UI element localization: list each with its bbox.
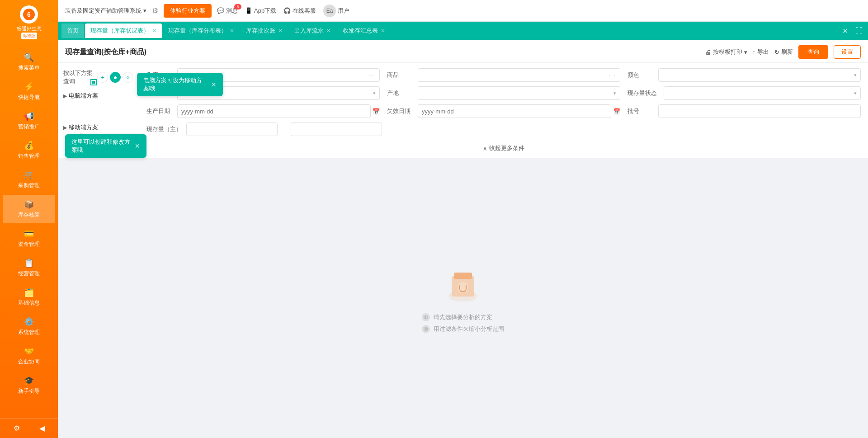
batch-number-input[interactable] [658, 104, 861, 118]
pc-scheme-label: 电脑端方案 [69, 92, 98, 100]
print-button[interactable]: 🖨 按模板打印 ▾ [705, 48, 747, 56]
app-header: 装备及固定资产辅助管理系统 ▾ ⚙ 体验行业方案 💬 消息 6 📱 App下载 … [58, 0, 868, 22]
tab-close-icon[interactable]: ✕ [230, 28, 234, 34]
sidebar-item-search[interactable]: 🔍 搜索菜单 [3, 48, 55, 76]
tab-close-icon[interactable]: ✕ [381, 28, 385, 34]
expiry-date-label: 失效日期 [387, 107, 414, 115]
tab-bar-actions: ✕ ⛶ [840, 25, 864, 37]
tab-collect-summary[interactable]: 收发存汇总表 ✕ [337, 24, 391, 38]
search-button[interactable]: 查询 [798, 45, 828, 59]
tab-label: 现存量（库存分布表） [168, 27, 227, 35]
sidebar-item-purchase[interactable]: 🛒 采购管理 [3, 165, 55, 194]
inventory-status-select[interactable]: ▾ [664, 86, 861, 100]
production-date-label: 生产日期 [146, 107, 174, 115]
sidebar-item-inventory[interactable]: 📦 库存核算 [3, 195, 55, 223]
headset-icon: 🎧 [283, 7, 291, 14]
color-select[interactable]: ▾ [658, 68, 861, 82]
tab-inout-flow[interactable]: 出入库流水 ✕ [289, 24, 336, 38]
svg-rect-4 [454, 273, 472, 279]
tab-inventory-status[interactable]: 现存量（库存状况表） ✕ [85, 24, 162, 38]
inventory-status-label: 现存量状态 [627, 89, 660, 97]
sidebar-item-label: 企业协同 [18, 358, 40, 366]
header-settings-icon[interactable]: ⚙ [152, 6, 158, 15]
sidebar-item-label: 系统管理 [18, 329, 40, 336]
add-scheme-button[interactable]: + [97, 72, 108, 83]
sidebar-item-quicknav[interactable]: ⚡ 快捷导航 [3, 77, 55, 106]
tab-inventory-dist[interactable]: 现存量（库存分布表） ✕ [163, 24, 240, 38]
inventory-qty-max-input[interactable] [291, 122, 382, 136]
sidebar-item-sales[interactable]: 💰 销售管理 [3, 136, 55, 165]
back-button[interactable]: « [123, 72, 133, 83]
sidebar-item-marketing[interactable]: 📢 营销推广 [3, 107, 55, 135]
mobile-scheme-group-header[interactable]: ▶ 移动端方案 [63, 122, 133, 133]
edit-scheme-button[interactable]: ● [110, 72, 121, 83]
pc-scheme-group-header[interactable]: ▶ 电脑端方案 [63, 90, 133, 102]
sidebar-item-finance[interactable]: 💳 资金管理 [3, 224, 55, 253]
production-date-inputs: 📅 [177, 104, 380, 118]
notification-button[interactable]: 💬 消息 6 [217, 7, 238, 15]
expiry-date-start-input[interactable] [418, 104, 611, 118]
dropdown-arrow-icon: ▾ [143, 7, 146, 14]
filter-fields: 仓库 ··· 商品 ··· [139, 63, 868, 158]
notification-badge: 6 [234, 4, 241, 9]
scheme-action-buttons: + ● « [97, 72, 133, 83]
sidebar-footer: ⚙ ◀ [0, 418, 58, 438]
svg-point-5 [458, 282, 468, 293]
batch-number-label: 批号 [627, 107, 655, 115]
user-menu-button[interactable]: Ea 用户 [323, 5, 349, 17]
origin-label: 产地 [387, 89, 414, 97]
calendar-icon-1: 📅 [373, 108, 380, 115]
sidebar-item-cooperation[interactable]: 🤝 企业协同 [3, 342, 55, 370]
collapse-button[interactable]: ∧ 收起更多条件 [146, 141, 861, 152]
product-select[interactable]: ··· [418, 68, 620, 82]
sidebar-item-operations[interactable]: 📋 经营管理 [3, 254, 55, 282]
quicknav-icon: ⚡ [24, 82, 34, 92]
tooltip-close-button[interactable]: ✕ [211, 81, 217, 88]
tab-batch-account[interactable]: 库存批次账 ✕ [241, 24, 288, 38]
scheme-indicator-dot [91, 80, 96, 85]
export-button[interactable]: ↑ 导出 [753, 48, 769, 56]
color-label: 颜色 [627, 71, 655, 79]
tab-close-icon[interactable]: ✕ [278, 28, 283, 34]
edit-scheme-tooltip: 这里可以创建和修改方案哦 ✕ [65, 134, 146, 158]
tip-num-1: ① [422, 313, 430, 321]
pc-scheme-tooltip: 电脑方案可设为移动方案哦 ✕ [137, 73, 223, 96]
warehouse-dots: ··· [368, 72, 376, 79]
tooltip-text: 电脑方案可设为移动方案哦 [143, 76, 207, 93]
tip-num-2: ② [422, 325, 430, 333]
color-field: 颜色 ▾ [627, 68, 861, 82]
page-title: 现存量查询(按仓库+商品) [65, 47, 146, 57]
tooltip2-close-button[interactable]: ✕ [135, 142, 140, 150]
tab-home[interactable]: 首页 [61, 24, 84, 38]
tab-label: 出入库流水 [294, 27, 324, 35]
tab-close-icon[interactable]: ✕ [326, 28, 331, 34]
inventory-qty-field: 现存量（主） — [146, 122, 382, 136]
origin-select[interactable]: ▾ [418, 86, 620, 100]
production-date-start-input[interactable] [177, 104, 371, 118]
tab-close-icon[interactable]: ✕ [152, 28, 156, 34]
sidebar-settings-button[interactable]: ⚙ [12, 422, 22, 434]
reset-button[interactable]: 设置 [834, 45, 861, 59]
trial-industry-button[interactable]: 体验行业方案 [164, 4, 212, 18]
system-name-dropdown[interactable]: 装备及固定资产辅助管理系统 ▾ [65, 7, 146, 15]
online-service-button[interactable]: 🎧 在线客服 [283, 7, 316, 15]
app-download-button[interactable]: 📱 App下载 [245, 7, 276, 15]
sidebar-collapse-button[interactable]: ◀ [38, 422, 47, 434]
dropdown-icon: ▾ [744, 49, 747, 56]
sidebar-item-basicinfo[interactable]: 🗂️ 基础信息 [3, 283, 55, 311]
sidebar-item-guide[interactable]: 🎓 新手引导 [3, 371, 55, 400]
phone-icon: 📱 [245, 7, 252, 14]
svg-text:6: 6 [27, 11, 31, 18]
empty-illustration [440, 263, 486, 308]
tab-fullscreen-button[interactable]: ⛶ [854, 25, 864, 37]
header-right-actions: 💬 消息 6 📱 App下载 🎧 在线客服 Ea 用户 [217, 5, 349, 17]
inventory-qty-label: 现存量（主） [146, 125, 183, 133]
refresh-button[interactable]: ↻ 刷新 [774, 48, 793, 56]
tab-close-all-button[interactable]: ✕ [840, 25, 850, 37]
sidebar-item-sysmanage[interactable]: ⚙️ 系统管理 [3, 312, 55, 341]
export-icon: ↑ [753, 49, 756, 56]
inventory-icon: 📦 [24, 199, 34, 209]
main-content: 装备及固定资产辅助管理系统 ▾ ⚙ 体验行业方案 💬 消息 6 📱 App下载 … [58, 0, 868, 438]
page-content: 现存量查询(按仓库+商品) 🖨 按模板打印 ▾ ↑ 导出 ↻ 刷新 [58, 40, 868, 438]
inventory-qty-min-input[interactable] [186, 122, 278, 136]
